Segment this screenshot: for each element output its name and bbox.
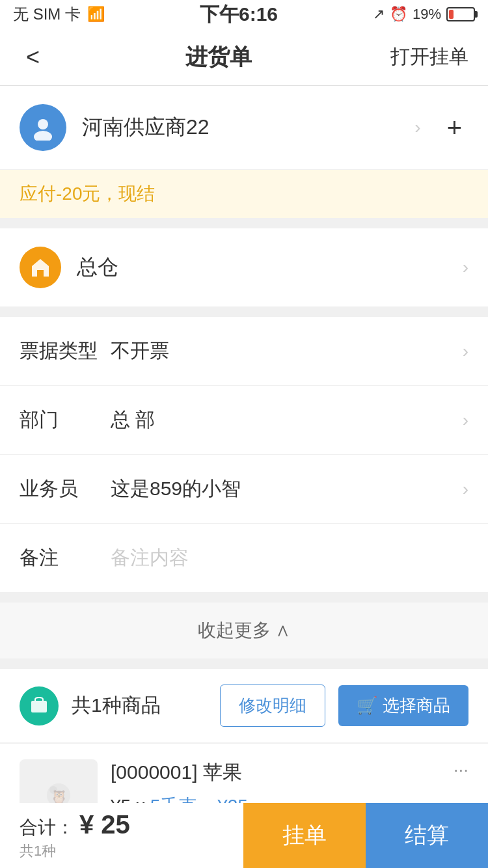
collapse-button[interactable]: 收起更多 ∧: [0, 603, 488, 658]
nav-bar: < 进货单 打开挂单: [0, 29, 488, 86]
location-icon: ↗: [373, 6, 385, 23]
supplier-name: 河南供应商22: [82, 113, 414, 142]
status-time: 下午6:16: [200, 1, 278, 28]
person-icon: [30, 115, 56, 141]
department-label: 部门: [20, 407, 111, 433]
svg-rect-2: [31, 701, 47, 712]
page-title: 进货单: [185, 42, 252, 72]
form-section: 票据类型 不开票 › 部门 总 部 › 业务员 这是859的小智 › 备注 备注…: [0, 317, 488, 592]
warehouse-icon: [20, 247, 61, 288]
salesperson-chevron-icon: ›: [463, 479, 468, 500]
salesperson-label: 业务员: [20, 476, 111, 502]
salesperson-value: 这是859的小智: [111, 476, 463, 502]
more-options-button[interactable]: ···: [454, 759, 468, 780]
wifi-icon: 📶: [87, 6, 105, 23]
warehouse-section[interactable]: 总仓 ›: [0, 228, 488, 306]
product-title: 苹果: [203, 761, 242, 783]
supplier-chevron-icon: ›: [414, 117, 420, 138]
warehouse-name: 总仓: [77, 253, 463, 282]
invoice-chevron-icon: ›: [463, 341, 468, 362]
department-row[interactable]: 部门 总 部 ›: [0, 386, 488, 455]
remark-input[interactable]: 备注内容: [111, 545, 468, 571]
supplier-section: 河南供应商22 › + 应付-20元，现结: [0, 86, 488, 218]
supplier-row[interactable]: 河南供应商22 › +: [0, 86, 488, 170]
alert-banner: 应付-20元，现结: [0, 170, 488, 218]
open-hang-button[interactable]: 打开挂单: [390, 44, 468, 70]
cart-icon: [29, 696, 49, 716]
total-label: 合计： ¥ 25: [20, 810, 224, 840]
hang-button[interactable]: 挂单: [243, 803, 366, 868]
invoice-type-value: 不开票: [111, 338, 463, 364]
svg-point-1: [34, 131, 52, 141]
select-product-button[interactable]: 🛒 选择商品: [338, 685, 468, 726]
remark-row[interactable]: 备注 备注内容: [0, 524, 488, 592]
select-product-icon: 🛒: [357, 696, 377, 716]
total-section: 合计： ¥ 25 共1种: [0, 810, 243, 861]
product-name: [0000001] 苹果: [111, 759, 441, 786]
warehouse-row[interactable]: 总仓 ›: [0, 228, 488, 306]
alarm-icon: ⏰: [390, 6, 407, 23]
battery-percent: 19%: [413, 6, 441, 23]
product-icon: [20, 686, 59, 726]
remark-label: 备注: [20, 545, 111, 571]
add-supplier-button[interactable]: +: [441, 113, 468, 142]
invoice-type-label: 票据类型: [20, 338, 111, 364]
product-header: 共1种商品 修改明细 🛒 选择商品: [0, 669, 488, 742]
checkout-button[interactable]: 结算: [366, 803, 488, 868]
total-sub: 共1种: [20, 841, 224, 861]
salesperson-row[interactable]: 业务员 这是859的小智 ›: [0, 455, 488, 524]
product-code: [0000001]: [111, 761, 197, 783]
status-bar: 无 SIM 卡 📶 下午6:16 ↗ ⏰ 19%: [0, 0, 488, 29]
status-right: ↗ ⏰ 19%: [373, 6, 475, 23]
back-button[interactable]: <: [20, 37, 46, 77]
svg-point-0: [38, 119, 48, 129]
battery-icon: [446, 7, 475, 21]
total-amount: ¥ 25: [79, 810, 130, 839]
select-product-label: 选择商品: [383, 694, 450, 717]
product-count: 共1种商品: [72, 692, 207, 719]
invoice-type-row[interactable]: 票据类型 不开票 ›: [0, 317, 488, 386]
department-chevron-icon: ›: [463, 410, 468, 431]
total-text: 合计：: [20, 815, 74, 840]
status-left: 无 SIM 卡 📶: [13, 4, 105, 25]
supplier-avatar: [20, 104, 66, 151]
carrier-text: 无 SIM 卡: [13, 4, 81, 25]
department-value: 总 部: [111, 407, 463, 433]
bottom-bar: 合计： ¥ 25 共1种 挂单 结算: [0, 803, 488, 868]
warehouse-chevron-icon: ›: [463, 257, 468, 278]
house-icon: [29, 256, 52, 279]
edit-detail-button[interactable]: 修改明细: [220, 685, 325, 727]
